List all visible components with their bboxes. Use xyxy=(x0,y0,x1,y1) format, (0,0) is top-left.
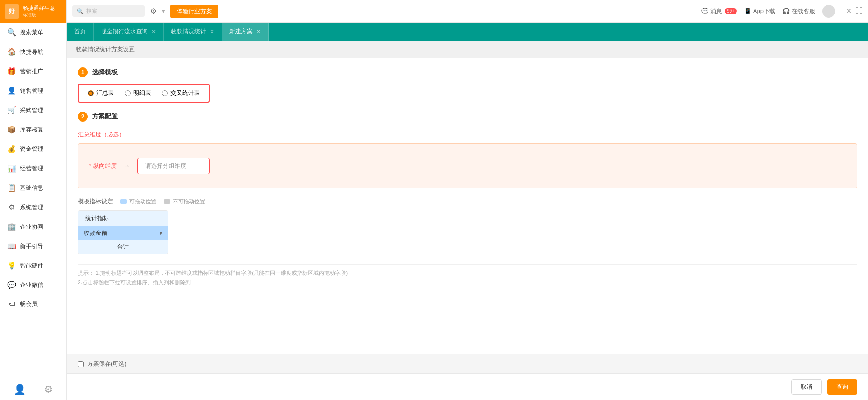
radio-summary-input[interactable] xyxy=(88,90,94,96)
step2-number: 2 xyxy=(78,112,88,122)
step1-title: 选择模板 xyxy=(92,68,118,76)
tab-payment-stats[interactable]: 收款情况统计 ✕ xyxy=(164,23,222,41)
footer-bar: 取消 查询 xyxy=(67,373,868,400)
page-body: 1 选择模板 汇总表 明细表 交叉统计表 xyxy=(67,58,868,354)
cart-icon: 🛒 xyxy=(7,106,16,114)
step1-number: 1 xyxy=(78,67,88,77)
undraggable-hint: 不可拖动位置 xyxy=(164,198,205,206)
stats-total-row: 合计 xyxy=(78,240,168,254)
tab-home[interactable]: 首页 xyxy=(67,23,94,41)
sidebar-item-wechat[interactable]: 💬 企业微信 xyxy=(0,275,66,295)
dropdown-icon[interactable]: ▾ xyxy=(162,8,165,14)
topbar-right: 💬 消息 99+ 📱 App下载 🎧 在线客服 ✕ ⛶ xyxy=(701,5,863,18)
page-header: 收款情况统计方案设置 xyxy=(67,41,868,58)
stats-amount-row[interactable]: 收款金额 ▾ xyxy=(78,226,168,240)
stats-table: 统计指标 收款金额 ▾ 合计 xyxy=(78,210,168,254)
chevron-down-icon[interactable]: ▾ xyxy=(160,230,162,236)
tab-close-payment-stats[interactable]: ✕ xyxy=(210,28,214,35)
sidebar: 好 畅捷通好生意 标准版 🔍 搜索菜单 🏠 快捷导航 🎁 营销推广 👤 销售管理… xyxy=(0,0,67,400)
search-menu-icon: 🔍 xyxy=(7,28,16,37)
tabs-bar: 首页 现金银行流水查询 ✕ 收款情况统计 ✕ 新建方案 ✕ xyxy=(67,23,868,41)
box-icon: 📦 xyxy=(7,125,16,134)
topbar: 🔍 搜索 ⚙ ▾ 体验行业方案 💬 消息 99+ 📱 App下载 🎧 在线客服 … xyxy=(67,0,868,23)
chart-icon: 📊 xyxy=(7,164,16,173)
sidebar-item-inventory[interactable]: 📦 库存核算 xyxy=(0,120,66,139)
radio-cross[interactable]: 交叉统计表 xyxy=(162,89,200,97)
logo-text: 畅捷通好生意 标准版 xyxy=(23,5,55,18)
app-icon: 📱 xyxy=(744,8,751,14)
light-icon: 💡 xyxy=(7,261,16,270)
query-button[interactable]: 查询 xyxy=(827,379,857,395)
maximize-window-icon[interactable]: ⛶ xyxy=(855,7,863,15)
main-area: 🔍 搜索 ⚙ ▾ 体验行业方案 💬 消息 99+ 📱 App下载 🎧 在线客服 … xyxy=(67,0,868,400)
settings-icon[interactable]: ⚙ xyxy=(150,7,156,15)
dimension-config-label: 汇总维度（必选） xyxy=(78,131,857,139)
tag-icon: 🏷 xyxy=(7,300,16,308)
close-window-icon[interactable]: ✕ xyxy=(846,7,852,15)
save-option: 方案保存(可选) xyxy=(67,354,868,373)
radio-cross-input[interactable] xyxy=(162,90,168,96)
person-icon: 👤 xyxy=(7,86,16,95)
draggable-hint: 可拖动位置 xyxy=(120,198,156,206)
dimension-row: * 纵向维度 → 请选择分组维度 xyxy=(89,158,210,174)
gift-icon: 🎁 xyxy=(7,67,16,75)
sidebar-item-quick-nav[interactable]: 🏠 快捷导航 xyxy=(0,42,66,61)
sidebar-item-operations[interactable]: 📊 经营管理 xyxy=(0,159,66,178)
sidebar-item-sales[interactable]: 👤 销售管理 xyxy=(0,81,66,100)
sidebar-logo: 好 畅捷通好生意 标准版 xyxy=(0,0,66,23)
step2-section: 2 方案配置 汇总维度（必选） * 纵向维度 → 请选择分组维度 xyxy=(78,112,857,293)
dimension-config: 汇总维度（必选） * 纵向维度 → 请选择分组维度 xyxy=(78,131,857,188)
sidebar-footer-icon1[interactable]: 👤 xyxy=(14,384,26,395)
template-options: 汇总表 明细表 交叉统计表 xyxy=(78,84,210,103)
industry-btn[interactable]: 体验行业方案 xyxy=(170,5,218,18)
book-icon: 📖 xyxy=(7,242,16,250)
step1-section: 1 选择模板 汇总表 明细表 交叉统计表 xyxy=(78,67,857,103)
step1-header: 1 选择模板 xyxy=(78,67,857,77)
draggable-box-icon xyxy=(120,199,127,204)
topbar-search[interactable]: 🔍 搜索 xyxy=(72,5,145,17)
vertical-dimension-label: * 纵向维度 xyxy=(89,162,117,170)
save-checkbox[interactable] xyxy=(78,361,84,367)
sidebar-item-base-info[interactable]: 📋 基础信息 xyxy=(0,178,66,198)
tips-area: 提示： 1.拖动标题栏可以调整布局，不可跨维度或指标区域拖动栏目字段(只能在同一… xyxy=(78,264,857,293)
sidebar-item-search-menu[interactable]: 🔍 搜索菜单 xyxy=(0,23,66,42)
sidebar-item-member[interactable]: 🏷 畅会员 xyxy=(0,295,66,314)
logo-icon: 好 xyxy=(5,4,19,19)
tab-close-bank-flow[interactable]: ✕ xyxy=(151,28,156,35)
app-download-btn[interactable]: 📱 App下载 xyxy=(744,7,775,15)
service-btn[interactable]: 🎧 在线客服 xyxy=(783,7,815,15)
tab-new-plan[interactable]: 新建方案 ✕ xyxy=(222,23,269,41)
user-avatar[interactable] xyxy=(822,5,835,18)
radio-detail-input[interactable] xyxy=(125,90,131,96)
sidebar-item-marketing[interactable]: 🎁 营销推广 xyxy=(0,61,66,81)
dimension-placeholder[interactable]: 请选择分组维度 xyxy=(137,158,210,174)
sidebar-item-finance[interactable]: 💰 资金管理 xyxy=(0,139,66,159)
tab-bank-flow[interactable]: 现金银行流水查询 ✕ xyxy=(94,23,164,41)
arrow-icon: → xyxy=(124,162,130,169)
content-area: 收款情况统计方案设置 1 选择模板 汇总表 明细表 xyxy=(67,41,868,400)
sidebar-item-guide[interactable]: 📖 新手引导 xyxy=(0,236,66,256)
stats-table-header: 统计指标 xyxy=(78,211,168,226)
sidebar-item-enterprise[interactable]: 🏢 企业协同 xyxy=(0,217,66,236)
indicators-label: 模板指标设定 可拖动位置 不可拖动位置 xyxy=(78,198,857,206)
radio-detail[interactable]: 明细表 xyxy=(125,89,151,97)
building-icon: 🏢 xyxy=(7,222,16,231)
sidebar-footer: 👤 ⚙ xyxy=(0,379,66,400)
radio-summary[interactable]: 汇总表 xyxy=(88,89,114,97)
sidebar-footer-icon2[interactable]: ⚙ xyxy=(44,384,53,395)
gear-icon: ⚙ xyxy=(7,203,16,212)
sidebar-nav: 🔍 搜索菜单 🏠 快捷导航 🎁 营销推广 👤 销售管理 🛒 采购管理 📦 库存核… xyxy=(0,23,66,379)
message-icon: 💬 xyxy=(701,8,708,14)
message-btn[interactable]: 💬 消息 99+ xyxy=(701,7,737,15)
sidebar-item-system[interactable]: ⚙ 系统管理 xyxy=(0,198,66,217)
sidebar-item-smart-hw[interactable]: 💡 智能硬件 xyxy=(0,256,66,275)
home-icon: 🏠 xyxy=(7,47,16,56)
indicators-section: 模板指标设定 可拖动位置 不可拖动位置 统计指标 xyxy=(78,198,857,255)
tab-close-new-plan[interactable]: ✕ xyxy=(256,28,261,35)
window-controls: ✕ ⛶ xyxy=(846,7,863,15)
sidebar-item-purchase[interactable]: 🛒 采购管理 xyxy=(0,100,66,120)
step2-header: 2 方案配置 xyxy=(78,112,857,122)
search-icon: 🔍 xyxy=(77,8,84,14)
cancel-button[interactable]: 取消 xyxy=(791,379,822,395)
chat-icon: 💬 xyxy=(7,281,16,289)
